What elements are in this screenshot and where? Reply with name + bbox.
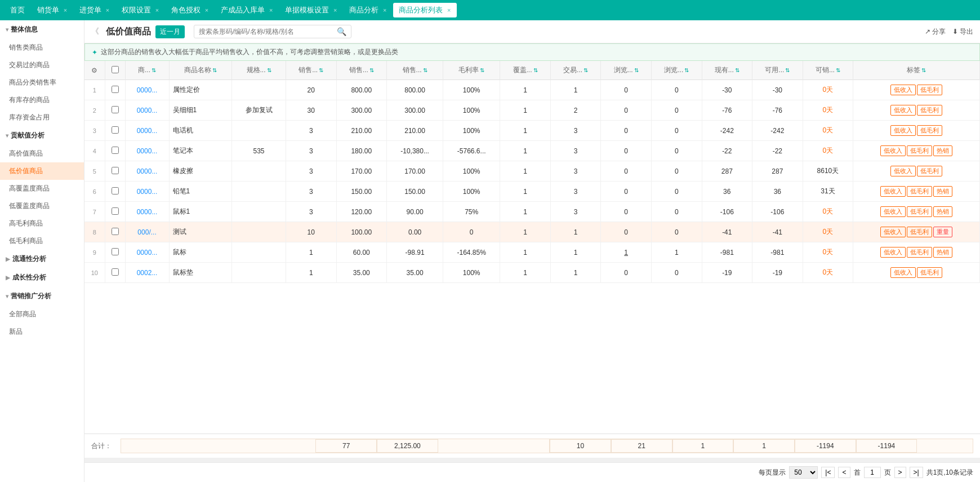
col-code[interactable]: 商...⇅	[125, 61, 169, 80]
row-num: 10	[84, 263, 105, 283]
col-gross-rate[interactable]: 毛利率⇅	[443, 61, 500, 80]
nav-purchase[interactable]: 进货单 ×	[74, 3, 115, 17]
prev-page-btn[interactable]: <	[838, 467, 850, 478]
row-checkbox[interactable]	[105, 222, 125, 242]
col-current-stock[interactable]: 现有...⇅	[702, 61, 752, 80]
nav-sales[interactable]: 销货单 ×	[32, 3, 73, 17]
nav-product-in[interactable]: 产成品入库单 ×	[215, 3, 278, 17]
sidebar-item-low-value[interactable]: 低价值商品	[0, 162, 84, 180]
row-transactions: 1	[550, 263, 601, 283]
sidebar-item-high-value[interactable]: 高价值商品	[0, 145, 84, 162]
col-name[interactable]: 商品名称⇅	[169, 61, 232, 80]
col-sales-qty[interactable]: 销售...⇅	[286, 61, 336, 80]
col-coverage[interactable]: 覆盖...⇅	[500, 61, 551, 80]
row-select-checkbox[interactable]	[112, 207, 119, 215]
row-select-checkbox[interactable]	[112, 86, 119, 93]
sidebar-group-circulation[interactable]: ▶ 流通性分析	[0, 250, 84, 268]
views1-link[interactable]: 1	[624, 249, 628, 257]
search-icon[interactable]: 🔍	[337, 27, 346, 36]
next-page-btn[interactable]: >	[894, 467, 906, 478]
row-select-checkbox[interactable]	[112, 187, 119, 194]
share-btn[interactable]: ↗ 分享	[925, 27, 946, 37]
page-size-select[interactable]: 50 100 200	[789, 466, 818, 479]
row-select-checkbox[interactable]	[112, 228, 119, 235]
row-select-checkbox[interactable]	[112, 126, 119, 134]
first-page-btn[interactable]: |<	[821, 467, 835, 478]
search-input[interactable]	[199, 28, 335, 36]
sidebar-item-all-goods[interactable]: 全部商品	[0, 306, 84, 323]
sidebar-item-sales-goods[interactable]: 销售类商品	[0, 39, 84, 56]
col-views1[interactable]: 浏览...⇅	[601, 61, 652, 80]
row-sales-qty: 3	[286, 141, 336, 161]
row-select-checkbox[interactable]	[112, 147, 119, 154]
row-checkbox[interactable]	[105, 182, 125, 202]
nav-template[interactable]: 单据模板设置 ×	[279, 3, 342, 17]
horizontal-scrollbar[interactable]	[84, 458, 980, 462]
nav-goods-analysis[interactable]: 商品分析 ×	[344, 3, 392, 17]
row-gross-rate: 75%	[443, 202, 500, 222]
table-container[interactable]: ⚙ 商...⇅ 商品名称⇅ 规格...⇅ 销售...⇅ 销售...⇅ 销售...…	[84, 61, 980, 434]
row-name: 笔记本	[169, 141, 232, 161]
sidebar-group-overall[interactable]: ▾ 整体信息	[0, 20, 84, 39]
sidebar-item-traded-goods[interactable]: 交易过的商品	[0, 56, 84, 74]
content-header: 《 低价值商品 近一月 🔍 ↗ 分享 ⬇ 导出	[84, 20, 980, 43]
col-spec[interactable]: 规格...⇅	[232, 61, 286, 80]
col-sales-avg[interactable]: 销售...⇅	[387, 61, 443, 80]
row-views1: 0	[601, 161, 652, 182]
nav-home[interactable]: 首页	[5, 3, 30, 17]
row-checkbox[interactable]	[105, 202, 125, 222]
row-tags: 低收入低毛利	[853, 161, 980, 182]
row-checkbox[interactable]	[105, 141, 125, 161]
sidebar-item-new-goods[interactable]: 新品	[0, 323, 84, 341]
export-btn[interactable]: ⬇ 导出	[952, 27, 973, 37]
sidebar-item-low-coverage[interactable]: 低覆盖度商品	[0, 197, 84, 215]
header-actions: ↗ 分享 ⬇ 导出	[925, 27, 973, 37]
row-select-checkbox[interactable]	[112, 167, 119, 174]
row-checkbox[interactable]	[105, 121, 125, 141]
row-select-checkbox[interactable]	[112, 268, 119, 276]
sidebar-group-marketing[interactable]: ▾ 营销推广分析	[0, 287, 84, 306]
sidebar-item-high-profit[interactable]: 高毛利商品	[0, 215, 84, 232]
row-sales-avg: 0.00	[387, 222, 443, 242]
col-settings[interactable]: ⚙	[84, 61, 105, 80]
sidebar-group-contribution[interactable]: ▾ 贡献值分析	[0, 126, 84, 145]
row-checkbox[interactable]	[105, 80, 125, 100]
sidebar-item-low-profit[interactable]: 低毛利商品	[0, 232, 84, 250]
row-checkbox[interactable]	[105, 242, 125, 263]
page-number-input[interactable]	[864, 467, 881, 478]
col-available[interactable]: 可用...⇅	[752, 61, 803, 80]
col-saleable[interactable]: 可销...⇅	[803, 61, 853, 80]
col-views2[interactable]: 浏览...⇅	[651, 61, 702, 80]
col-transactions[interactable]: 交易...⇅	[550, 61, 601, 80]
col-sales-amount[interactable]: 销售...⇅	[336, 61, 387, 80]
row-checkbox[interactable]	[105, 100, 125, 121]
row-select-checkbox[interactable]	[112, 106, 119, 113]
nav-role[interactable]: 角色授权 ×	[166, 3, 214, 17]
last-page-btn[interactable]: >|	[910, 467, 923, 478]
row-tags: 低收入低毛利	[853, 263, 980, 283]
row-checkbox[interactable]	[105, 161, 125, 182]
sidebar-item-category-rate[interactable]: 商品分类销售率	[0, 74, 84, 91]
sidebar-item-stock-goods[interactable]: 有库存的商品	[0, 91, 84, 109]
row-stock: -22	[702, 141, 752, 161]
row-num: 6	[84, 182, 105, 202]
sidebar-group-growth[interactable]: ▶ 成长性分析	[0, 268, 84, 287]
views1-val: 0	[624, 228, 628, 236]
col-checkbox[interactable]	[105, 61, 125, 80]
row-checkbox[interactable]	[105, 263, 125, 283]
nav-permission[interactable]: 权限设置 ×	[116, 3, 164, 17]
collapse-btn[interactable]: 《	[91, 26, 99, 37]
select-all-checkbox[interactable]	[112, 66, 119, 73]
row-num: 1	[84, 80, 105, 100]
date-filter-btn[interactable]: 近一月	[155, 25, 185, 38]
row-sales-qty: 20	[286, 80, 336, 100]
sidebar-item-high-coverage[interactable]: 高覆盖度商品	[0, 180, 84, 197]
row-available: -41	[752, 222, 803, 242]
row-select-checkbox[interactable]	[112, 248, 119, 255]
page-size-label: 每页显示	[759, 468, 786, 477]
sidebar-item-stock-funds[interactable]: 库存资金占用	[0, 109, 84, 126]
row-num: 3	[84, 121, 105, 141]
col-tags[interactable]: 标签⇅	[853, 61, 980, 80]
gear-icon[interactable]: ⚙	[91, 67, 97, 74]
nav-goods-list[interactable]: 商品分析列表 ×	[393, 3, 456, 17]
